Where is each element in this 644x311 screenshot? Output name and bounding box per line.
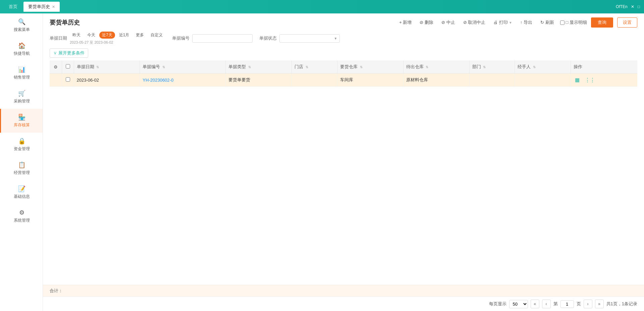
date-btn-today[interactable]: 今天 xyxy=(85,32,98,39)
store-icon: 🏪 xyxy=(18,114,25,121)
col-handler[interactable]: 经手人 ⇅ xyxy=(515,60,571,74)
sidebar-label-ops: 经营管理 xyxy=(14,170,30,176)
per-page-select[interactable]: 50 100 200 xyxy=(509,300,528,308)
sidebar-label-search-menu: 搜索菜单 xyxy=(14,27,30,33)
filter-group-docno: 单据编号 xyxy=(172,34,253,43)
col-department[interactable]: 部门 ⇅ xyxy=(469,60,515,74)
top-bar-right: OfTEn ✕ □ xyxy=(616,4,640,9)
table-footer: 合计： xyxy=(43,285,644,297)
table-container: ⚙ 单据日期 ⇅ 单据编号 ⇅ 单据类型 xyxy=(43,60,644,285)
table-header-row: ⚙ 单据日期 ⇅ 单据编号 ⇅ 单据类型 xyxy=(50,60,637,74)
page-unit-label: 页 xyxy=(577,301,581,307)
tab-close-icon[interactable]: ✕ xyxy=(52,5,55,9)
chevron-down-icon: ▼ xyxy=(509,21,512,25)
expand-more-button[interactable]: ∨ 展开更多条件 xyxy=(50,48,88,58)
doc-no-link[interactable]: YH-20230602-0 xyxy=(143,78,173,83)
sidebar-item-inventory[interactable]: 🏪 库存核算 xyxy=(0,109,43,133)
status-select[interactable] xyxy=(279,34,340,43)
date-btn-more[interactable]: 更多 xyxy=(133,32,147,39)
sort-icon-docno: ⇅ xyxy=(162,65,165,69)
status-select-wrapper xyxy=(279,34,340,43)
new-button[interactable]: + 新增 xyxy=(397,18,414,27)
cell-doc-date: 2023-06-02 xyxy=(74,74,140,87)
show-detail-checkbox[interactable] xyxy=(560,20,565,25)
cell-doc-type: 要货单要货 xyxy=(226,74,292,87)
date-btn-yesterday[interactable]: 昨天 xyxy=(70,32,83,39)
view-action-btn[interactable]: ▦ xyxy=(574,76,581,84)
show-detail-checkbox-area: □ 显示明细 xyxy=(560,19,587,26)
refresh-button[interactable]: ↻ 刷新 xyxy=(538,18,556,27)
export-button[interactable]: ↑ 导出 xyxy=(518,18,534,27)
date-filter-label: 单据日期 xyxy=(50,35,67,41)
sort-icon-dept: ⇅ xyxy=(483,65,486,69)
filter-group-date: 单据日期 昨天 今天 近7天 近1月 更多 自定义 2023-05-27 至 2… xyxy=(50,32,165,45)
summary-label: 合计： xyxy=(50,288,63,294)
col-store[interactable]: 门店 ⇅ xyxy=(292,60,337,74)
col-doc-no[interactable]: 单据编号 ⇅ xyxy=(140,60,226,74)
col-pending-warehouse[interactable]: 待出仓库 ⇅ xyxy=(403,60,469,74)
sidebar-item-purchase[interactable]: 🛒 采购管理 xyxy=(0,85,43,109)
sort-icon-pendwh: ⇅ xyxy=(426,65,428,69)
date-btn-7days[interactable]: 近7天 xyxy=(99,32,115,39)
show-detail-label: □ 显示明细 xyxy=(566,19,587,26)
sidebar-item-ops[interactable]: 📋 经营管理 xyxy=(0,157,43,180)
date-btn-custom[interactable]: 自定义 xyxy=(148,32,165,39)
print-button[interactable]: 🖨 打印 ▼ xyxy=(491,18,514,27)
page-label: 第 xyxy=(553,301,558,307)
col-settings[interactable]: ⚙ xyxy=(50,60,62,74)
sort-icon-handler: ⇅ xyxy=(533,65,536,69)
cell-doc-no: YH-20230602-0 xyxy=(140,74,226,87)
stop-button[interactable]: ⊘ 中止 xyxy=(439,18,457,27)
cancel-stop-button[interactable]: ⊘ 取消中止 xyxy=(461,18,488,27)
tab-requisition-history[interactable]: 要货单历史 ✕ xyxy=(23,2,60,12)
cell-handler xyxy=(515,74,571,87)
cart-icon: 🛒 xyxy=(18,90,25,97)
table-body: 2023-06-02 YH-20230602-0 要货单要货 车间库 原材料仓库… xyxy=(50,74,637,87)
sidebar-item-base-info[interactable]: 📝 基础信息 xyxy=(0,180,43,204)
first-page-btn[interactable]: « xyxy=(531,300,539,308)
table-row: 2023-06-02 YH-20230602-0 要货单要货 车间库 原材料仓库… xyxy=(50,74,637,87)
main-layout: 🔍 搜索菜单 🏠 快捷导航 📊 销售管理 🛒 采购管理 🏪 库存核算 🔒 资金管… xyxy=(0,13,644,311)
sidebar-label-purchase: 采购管理 xyxy=(14,98,30,104)
sidebar-item-finance[interactable]: 🔒 资金管理 xyxy=(0,133,43,157)
date-shortcuts: 昨天 今天 近7天 近1月 更多 自定义 xyxy=(70,32,165,39)
sidebar-item-sales[interactable]: 📊 销售管理 xyxy=(0,61,43,85)
maximize-icon[interactable]: □ xyxy=(638,4,640,9)
prev-page-btn[interactable]: ‹ xyxy=(542,300,551,308)
select-all-checkbox[interactable] xyxy=(66,64,70,69)
action-icons: ▦ ⋮⋮ xyxy=(574,76,635,84)
sidebar-item-quick-nav[interactable]: 🏠 快捷导航 xyxy=(0,37,43,61)
query-button[interactable]: 查询 xyxy=(591,17,613,28)
gear-icon: ⚙ xyxy=(19,209,24,216)
sidebar-label-finance: 资金管理 xyxy=(14,146,30,152)
filter-group-status: 单据状态 xyxy=(259,34,340,43)
row-checkbox[interactable] xyxy=(66,77,70,82)
sidebar-item-search-menu[interactable]: 🔍 搜索菜单 xyxy=(0,13,43,37)
date-btn-1month[interactable]: 近1月 xyxy=(116,32,132,39)
page-title: 要货单历史 xyxy=(50,18,80,27)
close-window-icon[interactable]: ✕ xyxy=(631,4,634,9)
docno-input[interactable] xyxy=(192,34,253,43)
home-icon: 🏠 xyxy=(18,42,25,49)
next-page-btn[interactable]: › xyxy=(584,300,592,308)
sidebar-label-quick-nav: 快捷导航 xyxy=(14,51,30,56)
last-page-btn[interactable]: » xyxy=(595,300,604,308)
filter-row-1: 单据日期 昨天 今天 近7天 近1月 更多 自定义 2023-05-27 至 2… xyxy=(50,32,637,45)
col-actions: 操作 xyxy=(571,60,637,74)
tab-home[interactable]: 首页 xyxy=(4,2,22,12)
delete-button[interactable]: ⊘ 删除 xyxy=(418,18,435,27)
col-req-warehouse[interactable]: 要货仓库 ⇅ xyxy=(337,60,403,74)
col-doc-type[interactable]: 单据类型 ⇅ xyxy=(226,60,292,74)
sidebar-item-sys-mgmt[interactable]: ⚙ 系统管理 xyxy=(0,204,43,228)
date-range-text: 2023-05-27 至 2023-06-02 xyxy=(70,40,165,45)
cell-store xyxy=(292,74,337,87)
data-table: ⚙ 单据日期 ⇅ 单据编号 ⇅ 单据类型 xyxy=(50,60,637,87)
col-checkbox xyxy=(62,60,74,74)
page-number-input[interactable] xyxy=(560,300,574,308)
clipboard-icon: 📋 xyxy=(18,161,25,169)
more-action-btn[interactable]: ⋮⋮ xyxy=(584,76,596,84)
setting-button[interactable]: 设置 xyxy=(617,17,637,28)
often-label: OfTEn xyxy=(616,4,628,9)
doc-icon: 📝 xyxy=(18,185,25,192)
col-doc-date[interactable]: 单据日期 ⇅ xyxy=(74,60,140,74)
